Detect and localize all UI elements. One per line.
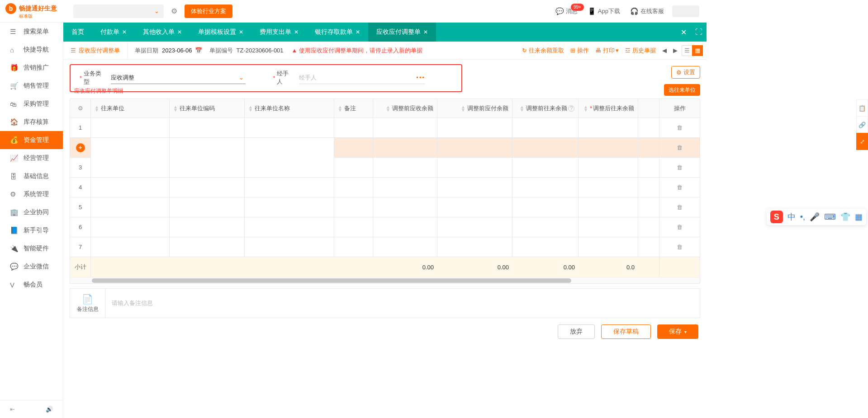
table-cell[interactable] [91,178,170,197]
table-cell[interactable] [373,118,437,138]
table-cell[interactable] [437,138,512,158]
table-cell[interactable] [334,217,373,237]
table-cell[interactable] [512,158,579,178]
discard-button[interactable]: 放弃 [558,324,595,339]
table-cell[interactable] [91,217,170,237]
trash-icon[interactable]: 🗑 [677,204,683,211]
dock-note-icon[interactable]: 📋 [856,99,868,117]
col-unit[interactable]: ▲▼往来单位 [91,99,170,118]
table-cell[interactable] [512,138,579,158]
table-cell[interactable] [579,197,638,217]
sidebar-item-9[interactable]: ⚙系统管理 [0,185,63,203]
table-cell[interactable] [373,158,437,178]
table-row[interactable] [91,178,659,197]
table-cell[interactable] [170,138,245,158]
ime-mic-icon[interactable]: 🎤 [810,212,820,222]
handler-input[interactable]: 经手人 ••• [299,71,425,84]
collapse-icon[interactable]: ⇤ [10,406,15,413]
sidebar-item-14[interactable]: V畅会员 [0,276,63,294]
table-row[interactable] [91,197,659,217]
prev-record-button[interactable]: ◀ [662,47,667,54]
table-cell[interactable] [334,178,373,197]
tab-3[interactable]: 单据模板设置✕ [190,23,251,42]
table-cell[interactable] [245,138,334,158]
col-adj-pay[interactable]: ▲▼调整前应付余额 [437,99,512,118]
col-code[interactable]: ▲▼往来单位编码 [170,99,245,118]
table-cell[interactable] [579,118,638,138]
table-cell[interactable] [579,158,638,178]
dock-link-icon[interactable]: 🔗 [856,116,868,133]
table-cell[interactable] [245,118,334,138]
calendar-icon[interactable]: 📅 [195,47,202,54]
close-icon[interactable]: ✕ [356,29,360,35]
close-icon[interactable]: ✕ [423,29,428,35]
save-button[interactable]: 保存▾ [657,324,698,339]
gear-icon[interactable]: ⚙ [171,7,177,15]
table-cell[interactable] [170,178,245,197]
trash-icon[interactable]: 🗑 [677,244,683,250]
next-record-button[interactable]: ▶ [673,47,678,54]
trial-button[interactable]: 体验行业方案 [185,5,232,18]
tab-2[interactable]: 其他收入单✕ [135,23,190,42]
sidebar-item-5[interactable]: 🏠库存核算 [0,113,63,131]
tab-1[interactable]: 付款单✕ [92,23,135,42]
table-cell[interactable] [579,217,638,237]
ime-punct-icon[interactable]: •, [800,212,805,222]
more-icon[interactable]: ••• [416,74,425,81]
col-name[interactable]: ▲▼往来单位名称 [245,99,334,118]
app-download-link[interactable]: 📱 App下载 [588,7,620,15]
select-unit-button[interactable]: 选往来单位 [664,84,700,96]
table-cell[interactable] [334,118,373,138]
biz-type-select[interactable]: 应收调整 ⌄ [111,71,246,84]
sidebar-item-4[interactable]: 🛍采购管理 [0,95,63,113]
col-remark[interactable]: ▲▼备注 [334,99,373,118]
table-cell[interactable] [245,178,334,197]
table-cell[interactable] [245,237,334,257]
sidebar-item-6[interactable]: 💰资金管理 [0,131,63,149]
table-cell[interactable] [245,158,334,178]
trash-icon[interactable]: 🗑 [677,224,683,230]
table-cell[interactable] [437,178,512,197]
table-cell[interactable] [437,217,512,237]
tab-close-all[interactable]: ✕ [676,23,691,42]
sidebar-item-0[interactable]: ☰搜索菜单 [0,23,63,41]
print-button[interactable]: 🖶打印▾ [595,47,619,55]
sidebar-item-8[interactable]: 🗄基础信息 [0,167,63,185]
table-cell[interactable] [373,197,437,217]
tab-expand[interactable]: ⛶ [691,23,707,42]
table-cell[interactable] [579,138,638,158]
table-cell[interactable] [334,237,373,257]
table-cell[interactable] [579,178,638,197]
col-adj-after[interactable]: ▲▼*调整后往来余额 [579,99,638,118]
trash-icon[interactable]: 🗑 [677,144,683,151]
table-cell[interactable] [245,197,334,217]
trash-icon[interactable]: 🗑 [677,164,683,171]
close-icon[interactable]: ✕ [177,29,182,35]
tab-4[interactable]: 费用支出单✕ [251,23,307,42]
sidebar-item-10[interactable]: 🏢企业协同 [0,203,63,221]
ime-keyboard-icon[interactable]: ⌨ [824,212,836,222]
table-cell[interactable] [91,158,170,178]
sidebar-item-2[interactable]: 🎁营销推广 [0,59,63,77]
trash-icon[interactable]: 🗑 [677,184,683,191]
table-cell[interactable] [245,217,334,237]
date-value[interactable]: 2023-06-06 [162,47,192,54]
layout-grid-icon[interactable]: ▦ [692,45,703,56]
table-cell[interactable] [91,237,170,257]
table-cell[interactable] [91,118,170,138]
table-cell[interactable] [334,138,373,158]
org-selector[interactable]: ⌄ [73,5,164,18]
table-cell[interactable] [437,158,512,178]
table-cell[interactable] [512,118,579,138]
table-cell[interactable] [91,138,170,158]
col-adj-bal[interactable]: ▲▼调整前往来余额? [512,99,579,118]
table-cell[interactable] [437,197,512,217]
help-icon[interactable]: ? [568,105,574,112]
history-button[interactable]: ☲历史单据 [625,47,656,55]
table-cell[interactable] [373,138,437,158]
table-cell[interactable] [334,197,373,217]
messages-link[interactable]: 💬 消息 99+ [555,7,578,15]
operate-button[interactable]: ⊞操作 [570,47,589,55]
table-cell[interactable] [437,118,512,138]
support-link[interactable]: 🎧 在线客服 [630,7,664,15]
